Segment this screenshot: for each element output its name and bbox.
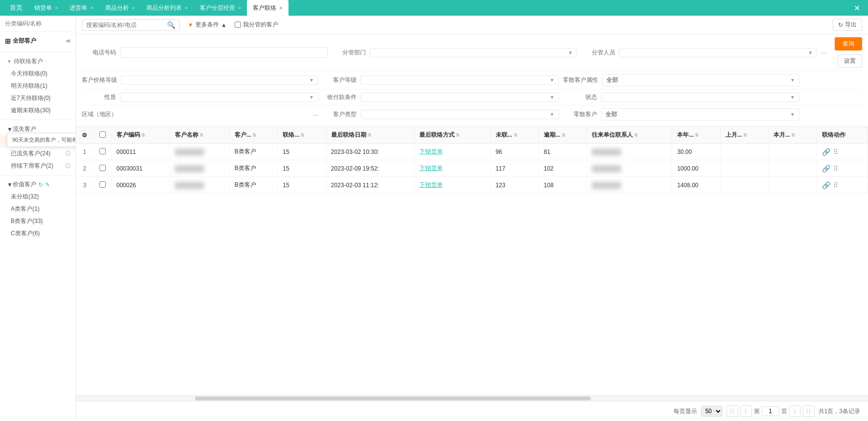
row3-checkbox[interactable] xyxy=(99,181,106,188)
col-header-this-year[interactable]: 本年... ⇅ xyxy=(672,127,720,144)
tab-home[interactable]: 首页 xyxy=(4,0,28,16)
row3-last-method[interactable]: 下销货单 xyxy=(414,177,490,194)
first-page-button[interactable]: ⟨⟨ xyxy=(726,405,738,417)
sidebar-group-pending-title[interactable]: ▼ 待联络客户 xyxy=(0,55,75,68)
search-icon[interactable]: 🔍 xyxy=(167,21,175,29)
col-header-contact[interactable]: 联络... ⇅ xyxy=(278,127,326,144)
tab-analysis[interactable]: 商品分析 × xyxy=(99,0,141,16)
row1-action-more-icon[interactable]: ⠿ xyxy=(833,148,838,156)
row2-checkbox[interactable] xyxy=(99,165,106,171)
query-button[interactable]: 查询 xyxy=(835,37,862,50)
adv-select-scatter[interactable]: 全部 ▼ xyxy=(601,108,799,121)
row1-check[interactable] xyxy=(94,144,111,160)
col-header-code[interactable]: 客户编码 ⇅ xyxy=(111,127,170,144)
sidebar-item-churn-actual[interactable]: 已流失客户(24) ⓘ xyxy=(0,148,75,160)
row2-action-more-icon[interactable]: ⠿ xyxy=(833,165,838,173)
last-page-button[interactable]: ⟩⟩ xyxy=(803,405,815,417)
sidebar-group-value-title[interactable]: ▼ 价值客户 ↻ ✎ xyxy=(0,178,75,191)
adv-select-customer-type[interactable]: ▼ xyxy=(361,110,559,119)
search-input[interactable] xyxy=(86,22,165,28)
sidebar-item-week[interactable]: 近7天待联络(0) xyxy=(0,92,75,104)
all-customers-title[interactable]: ⊞ 全部客户 ≪ xyxy=(0,35,75,47)
adv-input-phone[interactable] xyxy=(120,47,328,58)
churn-tooltip: 90天未交易的客户，可能有流失风险。 xyxy=(7,133,76,147)
adv-select-person[interactable]: ▼ xyxy=(619,48,817,57)
tab-analysis-list[interactable]: 商品分析列表 × xyxy=(141,0,193,16)
row2-last-method[interactable]: 下销货单 xyxy=(414,160,490,177)
tab-sales-close[interactable]: × xyxy=(55,5,58,11)
adv-select-price-level[interactable]: ▼ xyxy=(121,75,318,85)
sidebar-item-typeC[interactable]: C类客户(6) xyxy=(0,227,75,240)
row1-method-link[interactable]: 下销货单 xyxy=(419,148,443,155)
adv-more-person-icon[interactable]: ··· xyxy=(821,49,827,56)
col-header-type[interactable]: 客户... ⇅ xyxy=(229,127,277,144)
col-header-last-method[interactable]: 最后联络方式 ⇅ xyxy=(414,127,490,144)
row3-method-link[interactable]: 下销货单 xyxy=(419,181,443,188)
select-all-checkbox[interactable] xyxy=(99,131,106,138)
adv-label-region: 区域（地区） xyxy=(82,110,117,119)
tab-customer-layer[interactable]: 客户分层经营 × xyxy=(194,0,247,16)
tab-purchase-close[interactable]: × xyxy=(90,5,93,11)
sidebar-item-typeA[interactable]: A类客户(1) xyxy=(0,203,75,215)
row3-action-link-icon[interactable]: 🔗 xyxy=(822,181,830,189)
next-page-button[interactable]: ⟩ xyxy=(789,405,801,417)
row2-check[interactable] xyxy=(94,160,111,177)
my-customers-checkbox[interactable] xyxy=(235,22,241,28)
col-header-unit-contact[interactable]: 往来单位联系人 ⇅ xyxy=(587,127,672,144)
export-button[interactable]: ↻ 导出 xyxy=(833,19,862,31)
sidebar-item-churn-recover[interactable]: 持续下滑客户(2) ⓘ xyxy=(0,160,75,172)
tab-purchase[interactable]: 进货单 × xyxy=(64,0,99,16)
tab-analysis-list-close[interactable]: × xyxy=(185,5,188,11)
adv-select-scatter-attr[interactable]: 全部 ▼ xyxy=(602,74,799,86)
tab-customer-link-close[interactable]: × xyxy=(279,5,282,11)
more-conditions-button[interactable]: ▼ 更多条件 ▲ xyxy=(184,19,231,30)
sidebar-search-input[interactable] xyxy=(5,20,76,27)
adv-select-payment[interactable]: ▼ xyxy=(361,93,559,102)
sidebar-item-today[interactable]: 今天待联络(0) xyxy=(0,68,75,80)
col-header-this-month[interactable]: 本月... ⇅ xyxy=(769,127,817,144)
row3-action-more-icon[interactable]: ⠿ xyxy=(833,181,838,189)
tab-customer-link[interactable]: 客户联络 × xyxy=(247,0,288,16)
table-horizontal-scrollbar[interactable] xyxy=(76,395,868,401)
sidebar-item-today-label: 今天待联络(0) xyxy=(11,70,48,78)
tab-sales[interactable]: 销货单 × xyxy=(28,0,64,16)
col-check[interactable] xyxy=(94,127,111,144)
sidebar-item-typeC-label: C类客户(6) xyxy=(11,229,40,238)
col-header-overdue[interactable]: 逾期... ⇅ xyxy=(539,127,587,144)
value-edit-icon[interactable]: ✎ xyxy=(45,181,50,188)
row1-last-method[interactable]: 下销货单 xyxy=(414,144,490,160)
page-input[interactable] xyxy=(762,406,779,416)
tab-customer-layer-close[interactable]: × xyxy=(238,5,241,11)
col-header-last-date[interactable]: 最后联络日期 ⇅ xyxy=(326,127,414,144)
tab-analysis-close[interactable]: × xyxy=(132,5,135,11)
sidebar-collapse-icon[interactable]: ≪ xyxy=(66,38,71,44)
sidebar-item-overdue[interactable]: 逾期未联络(30) xyxy=(0,104,75,117)
col-header-name[interactable]: 客户名称 ⇅ xyxy=(170,127,230,144)
prev-page-button[interactable]: ⟨ xyxy=(740,405,752,417)
adv-select-nature[interactable]: ▼ xyxy=(120,93,318,102)
window-close-button[interactable]: ✕ xyxy=(850,3,864,13)
table-scroll-thumb[interactable] xyxy=(195,396,591,400)
adv-select-status[interactable]: ▼ xyxy=(601,93,799,102)
settings-button[interactable]: 设置 xyxy=(838,54,862,68)
row1-action-link-icon[interactable]: 🔗 xyxy=(822,148,830,156)
adv-select-dept[interactable]: ▼ xyxy=(370,48,578,57)
value-refresh-icon[interactable]: ↻ xyxy=(38,181,43,188)
row2-method-link[interactable]: 下销货单 xyxy=(419,165,443,172)
row1-last-date: 2023-03-02 10:30: xyxy=(326,144,414,160)
row1-checkbox[interactable] xyxy=(99,148,106,154)
sidebar-item-typeB[interactable]: B类客户(33) xyxy=(0,215,75,227)
row3-check[interactable] xyxy=(94,177,111,194)
row2-action-link-icon[interactable]: 🔗 xyxy=(822,165,830,173)
row2-unit-contact: ███████ xyxy=(587,160,672,177)
sidebar-item-tomorrow[interactable]: 明天待联络(1) xyxy=(0,80,75,92)
table-settings-icon[interactable]: ⚙ xyxy=(82,132,87,139)
col-settings[interactable]: ⚙ xyxy=(76,127,94,144)
adv-more-region-icon[interactable]: ··· xyxy=(313,111,318,119)
col-header-last-month[interactable]: 上月... ⇅ xyxy=(720,127,768,144)
adv-select-customer-level[interactable]: ▼ xyxy=(361,75,559,85)
col-header-uncontact[interactable]: 未联... ⇅ xyxy=(490,127,538,144)
my-customers-checkbox-label[interactable]: 我分管的客户 xyxy=(235,21,278,29)
sidebar-item-unsorted[interactable]: 未分组(32) xyxy=(0,191,75,203)
per-page-select[interactable]: 50 xyxy=(701,406,723,417)
